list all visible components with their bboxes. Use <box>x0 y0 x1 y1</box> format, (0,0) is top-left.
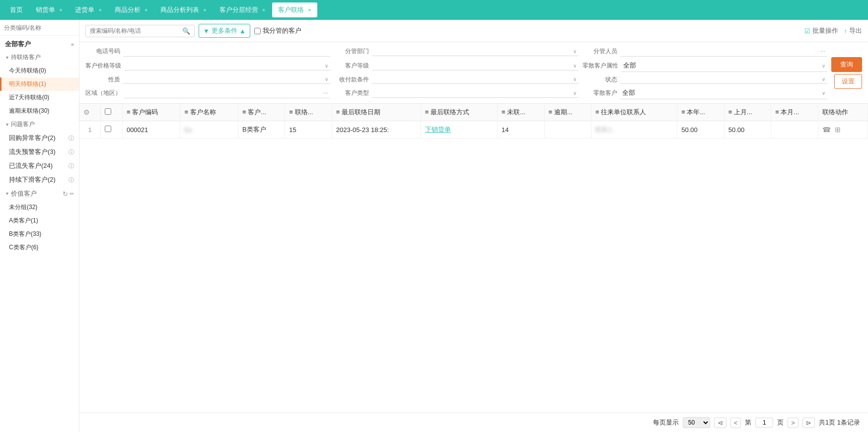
chevron-down-retail-attr: ∨ <box>822 63 825 69</box>
all-customers-title: 全部客户 « <box>0 36 79 51</box>
group-value-customers[interactable]: ▼ 价值客户 ↻ ✏ <box>0 187 79 201</box>
nav-close-product-analysis[interactable]: × <box>145 7 147 13</box>
sidebar-item-class-c[interactable]: C类客户(6) <box>0 241 79 254</box>
sidebar-item-ungrouped[interactable]: 未分组(32) <box>0 201 79 214</box>
page-suffix: 页 <box>777 418 784 427</box>
phone-action-icon[interactable]: ☎ <box>822 126 831 134</box>
sidebar-item-churned[interactable]: 已流失客户(24) ⓘ <box>0 159 79 173</box>
export-button[interactable]: ↑ 导出 <box>844 26 863 35</box>
batch-ops-button[interactable]: ☑ 批量操作 <box>804 26 838 35</box>
nav-close-customer-segmentation[interactable]: × <box>262 7 265 13</box>
content-area: 🔍 ▼ 更多条件 ▲ 我分管的客户 ☑ 批量操作 ↑ 导出 <box>79 20 868 432</box>
filter-select-retail[interactable]: 全部 ∨ <box>620 87 827 99</box>
sidebar-item-7days[interactable]: 近7天待联络(0) <box>0 91 79 104</box>
first-page-button[interactable]: ⊲ <box>714 418 726 428</box>
col-last-contact-date[interactable]: ≡ 最后联络日期 <box>332 104 421 121</box>
page-number-input[interactable] <box>755 418 773 428</box>
filter-select-status[interactable]: ∨ <box>620 75 827 84</box>
nav-customer-segmentation[interactable]: 客户分层经营 × <box>214 2 271 17</box>
cell-code: 000021 <box>122 121 180 139</box>
nav-product-analysis-list[interactable]: 商品分析列表 × <box>154 2 212 17</box>
sidebar-item-tomorrow[interactable]: 明天待联络(1) <box>0 77 79 91</box>
sidebar-item-class-a[interactable]: A类客户(1) <box>0 214 79 227</box>
settings-gear-icon[interactable]: ⚙ <box>83 108 90 116</box>
filter-cell-retail-attr: 零散客户属性 全部 ∨ <box>582 60 827 72</box>
last-page-button[interactable]: ⊳ <box>802 418 815 428</box>
group-problem-customers[interactable]: 问题客户 <box>0 118 79 131</box>
value-customers-refresh[interactable]: ↻ <box>63 190 68 198</box>
col-last-contact-method[interactable]: ≡ 最后联络方式 <box>421 104 497 121</box>
filter-label-region: 区域（地区） <box>85 89 121 97</box>
col-overdue[interactable]: ≡ 逾期... <box>544 104 591 121</box>
chevron-down-dept: ∨ <box>573 49 577 54</box>
filter-select-dept[interactable]: ∨ <box>372 47 579 56</box>
chevron-down-customer-type: ∨ <box>573 90 577 96</box>
main-search-icon[interactable]: 🔍 <box>182 27 190 35</box>
sidebar-item-overdue[interactable]: 逾期未联络(30) <box>0 104 79 118</box>
nav-product-analysis[interactable]: 商品分析 × <box>109 2 153 17</box>
my-customers-checkbox[interactable] <box>254 28 261 34</box>
cell-name[interactable]: Ea <box>180 121 238 139</box>
col-uncontacted[interactable]: ≡ 未联... <box>498 104 544 121</box>
prev-page-button[interactable]: < <box>730 418 741 428</box>
filter-select-payment[interactable]: ∨ <box>372 75 579 84</box>
filter-select-customer-level[interactable]: ∨ <box>372 62 579 71</box>
filter-select-person[interactable]: ··· <box>620 46 827 57</box>
chevron-down-customer-level: ∨ <box>573 63 577 69</box>
col-code[interactable]: ≡ 客户编码 <box>122 104 180 121</box>
filter-cell-person: 分管人员 ··· <box>582 46 827 57</box>
sidebar-collapse-icon[interactable]: « <box>71 41 74 47</box>
more-filter-button[interactable]: ▼ 更多条件 ▲ <box>199 24 250 38</box>
value-customers-edit[interactable]: ✏ <box>70 191 74 197</box>
per-page-select[interactable]: 50 10 20 100 <box>683 417 710 428</box>
col-name[interactable]: ≡ 客户名称 <box>180 104 238 121</box>
sidebar-search-input[interactable] <box>4 24 78 31</box>
group-pending-contact[interactable]: 待联络客户 <box>0 51 79 64</box>
next-page-button[interactable]: > <box>788 418 798 428</box>
main-search-input[interactable] <box>90 27 182 34</box>
col-settings[interactable]: ⚙ <box>79 104 101 121</box>
nav-sales-order[interactable]: 销货单 × <box>30 2 68 17</box>
dots-person[interactable]: ··· <box>820 48 825 55</box>
sidebar-item-repurchase-abnormal[interactable]: 回购异常客户(2) ⓘ <box>0 131 79 145</box>
nav-close-purchase-order[interactable]: × <box>98 7 101 13</box>
nav-home[interactable]: 首页 <box>4 2 29 17</box>
chevron-down-retail: ∨ <box>822 90 825 96</box>
dots-region[interactable]: ··· <box>323 89 328 96</box>
col-this-month[interactable]: ≡ 本月... <box>771 104 818 121</box>
nav-customer-contact[interactable]: 客户联络 × <box>272 2 317 17</box>
filter-select-nature[interactable]: ∨ <box>123 75 330 84</box>
nav-close-product-analysis-list[interactable]: × <box>203 7 206 13</box>
filter-select-price-level[interactable]: ∨ <box>124 62 330 71</box>
sidebar-item-churn-warning[interactable]: 流失预警客户(3) ⓘ <box>0 145 79 159</box>
filter-cell-retail: 零散客户 全部 ∨ <box>582 87 827 99</box>
cell-type: B类客户 <box>238 121 285 139</box>
filter-input-phone[interactable] <box>123 46 330 57</box>
filter-cell-status: 状态 ∨ <box>582 75 827 84</box>
total-info: 共1页 1条记录 <box>819 418 860 427</box>
nav-close-sales-order[interactable]: × <box>59 7 62 13</box>
col-last-month[interactable]: ≡ 上月... <box>724 104 771 121</box>
chevron-down-payment: ∨ <box>573 76 577 82</box>
filter-select-customer-type[interactable]: ∨ <box>372 89 579 98</box>
data-table-wrap: ⚙ ≡ 客户编码 ≡ 客户名称 ≡ 客户... ≡ 联络... ≡ 最后联络日期… <box>79 104 868 413</box>
sidebar-item-declining[interactable]: 持续下滑客户(2) ⓘ <box>0 173 79 187</box>
select-all-checkbox[interactable] <box>105 108 111 115</box>
row-checkbox[interactable] <box>105 126 111 132</box>
sidebar-item-today[interactable]: 今天待联络(0) <box>0 64 79 77</box>
col-this-year[interactable]: ≡ 本年... <box>677 104 724 121</box>
nav-close-customer-contact[interactable]: × <box>308 7 311 13</box>
nav-purchase-order[interactable]: 进货单 × <box>69 2 107 17</box>
query-button[interactable]: 查询 <box>831 57 862 72</box>
sidebar-item-class-b[interactable]: B类客户(33) <box>0 227 79 241</box>
my-customers-checkbox-wrap[interactable]: 我分管的客户 <box>254 26 301 35</box>
cell-last-contact-method[interactable]: 下销货单 <box>421 121 497 139</box>
col-type[interactable]: ≡ 客户... <box>238 104 285 121</box>
search-wrap: 🔍 <box>85 25 195 37</box>
grid-action-icon[interactable]: ⊞ <box>835 126 841 134</box>
set-button[interactable]: 设置 <box>834 74 862 89</box>
filter-select-region[interactable]: ··· <box>124 88 330 98</box>
col-partner-contact[interactable]: ≡ 往来单位联系人 <box>591 104 677 121</box>
filter-select-retail-attr[interactable]: 全部 ∨ <box>621 60 827 72</box>
col-contact[interactable]: ≡ 联络... <box>285 104 332 121</box>
